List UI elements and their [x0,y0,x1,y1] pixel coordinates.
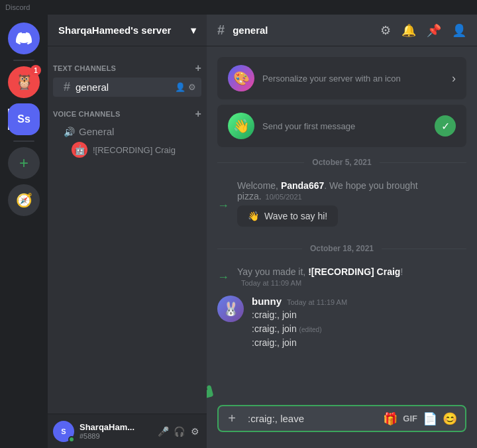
speaker-icon: 🔊 [64,127,75,137]
gift-icon[interactable]: 🎁 [383,412,398,426]
edited-label: (edited) [299,326,322,333]
add-text-channel-button[interactable]: + [195,62,201,74]
server-ss-text: Ss [17,113,30,125]
setup-cards: 🎨 Personalize your server with an icon ›… [217,57,466,147]
setup-card-personalize[interactable]: 🎨 Personalize your server with an icon › [217,57,466,99]
upload-icon[interactable]: 📄 [423,412,437,426]
server-header[interactable]: SharqaHameed's server ▾ [48,15,207,46]
panda-timestamp: 10/05/2021 [266,193,302,201]
craig-username: ![RECORDING] Craig [308,266,400,277]
mic-button[interactable]: 🎤 [156,425,170,438]
voice-channel-name: General [79,126,114,137]
craig-avatar: 🤖 [72,142,87,158]
server-divider [13,60,34,61]
main-content: # general ⚙ 🔔 📌 👤 🎨 Personalize your ser… [207,15,477,448]
channel-item-voice-general[interactable]: 🔊 General [53,123,201,140]
emoji-icon[interactable]: 😊 [443,412,457,426]
system-msg-craig: → Yay you made it, ![RECORDING] Craig! T… [207,264,477,290]
category-label-voice: VOICE CHANNELS [53,110,120,118]
user-avatar: S [53,421,74,442]
system-arrow-icon: → [217,199,229,213]
first-message-check-icon: ✓ [435,115,456,137]
invite-icon[interactable]: 👤 [175,82,186,92]
craig-timestamp: Today at 11:09 AM [241,279,301,287]
system-msg-panda: → Welcome, Panda667. We hope you brought… [207,178,477,233]
bunny-message-line-1: :craig:, join [252,308,466,322]
input-area: ➜ + 🎁 GIF 📄 😊 [207,405,477,448]
channel-sidebar: SharqaHameed's server ▾ TEXT CHANNELS + … [48,15,207,448]
input-right-icons: 🎁 GIF 📄 😊 [383,412,462,426]
channel-header-name: general [233,25,268,36]
user-settings-button[interactable]: ⚙ [188,425,201,438]
voice-user-name: ![RECORDING] Craig [93,145,176,155]
bunny-author: bunny [252,296,282,307]
channel-item-general[interactable]: # general 👤 ⚙ [53,78,201,97]
add-voice-channel-button[interactable]: + [195,108,201,120]
personalize-icon: 🎨 [228,65,254,91]
bunny-message-line-3: :craig:, join [252,336,466,350]
personalize-chevron-icon: › [452,72,456,85]
category-text-channels: TEXT CHANNELS + [48,52,207,77]
bunny-message-content: bunny Today at 11:19 AM :craig:, join :c… [252,296,466,350]
system-text-panda: Welcome, Panda667. We hope you brought p… [237,180,466,201]
category-voice-channels: VOICE CHANNELS + [48,97,207,123]
notification-badge: 1 [30,65,41,76]
system-text-craig: Yay you made it, ![RECORDING] Craig! Tod… [237,266,403,288]
add-icon: + [19,154,28,172]
panda-username: Panda667 [281,180,324,191]
date-divider-oct18-label: October 18, 2021 [302,244,382,253]
channel-hash-icon: # [217,23,225,38]
bunny-avatar: 🐰 [217,296,244,322]
category-label: TEXT CHANNELS [53,64,116,72]
messages-area: 🎨 Personalize your server with an icon ›… [207,46,477,405]
avatar-text: S [61,427,66,435]
channel-actions: 👤 ⚙ [175,82,196,92]
date-divider-oct18: October 18, 2021 [217,244,466,253]
message-input[interactable] [245,406,380,431]
channel-list: TEXT CHANNELS + # general 👤 ⚙ VOICE CHAN… [48,46,207,414]
setup-card-first-message[interactable]: 👋 Send your first message ✓ [217,105,466,147]
bunny-timestamp: Today at 11:19 AM [287,298,347,306]
server-icon-ss[interactable]: Ss [8,103,40,135]
server-icon-add[interactable]: + [8,147,40,179]
pin-icon[interactable]: 📌 [427,23,441,38]
app-title: Discord [5,3,30,11]
personalize-card-text: Personalize your server with an icon [262,74,444,84]
message-input-wrapper: + 🎁 GIF 📄 😊 [217,405,466,432]
voice-user-craig: 🤖 ![RECORDING] Craig [53,140,201,159]
user-tag: #5889 [80,432,151,440]
wave-button-label: Wave to say hi! [264,211,327,221]
user-info: SharqaHam... #5889 [80,422,151,440]
server-icon-discord[interactable] [8,23,40,54]
server-icon-owl[interactable]: 🦉 1 [8,66,40,98]
message-group-bunny: 🐰 bunny Today at 11:19 AM :craig:, join … [207,293,477,353]
wave-button[interactable]: 👋 Wave to say hi! [237,205,338,227]
system-arrow-icon-2: → [217,270,229,284]
date-divider-oct5: October 5, 2021 [217,158,466,167]
first-message-icon: 👋 [228,113,254,139]
first-message-card-text: Send your first message [262,121,427,131]
settings-icon[interactable]: ⚙ [188,82,196,92]
boost-icon[interactable]: ⚙ [380,23,391,38]
wave-emoji: 👋 [248,211,259,221]
server-sidebar: 🦉 1 Ss + 🧭 [0,15,48,448]
user-controls: 🎤 🎧 ⚙ [156,425,201,438]
gif-icon[interactable]: GIF [403,414,417,423]
bell-icon[interactable]: 🔔 [401,23,416,38]
user-name: SharqaHam... [80,422,151,432]
header-icons: ⚙ 🔔 📌 👤 [380,23,466,38]
server-divider-2 [13,140,34,142]
bunny-message-header: bunny Today at 11:19 AM [252,296,466,307]
headphone-button[interactable]: 🎧 [172,425,186,438]
explore-icon: 🧭 [16,192,32,208]
chevron-down-icon: ▾ [191,25,196,36]
add-attachment-button[interactable]: + [221,408,242,429]
channel-header: # general ⚙ 🔔 📌 👤 [207,15,477,46]
bunny-message-line-2: :craig:, join (edited) [252,322,466,336]
user-panel: S SharqaHam... #5889 🎤 🎧 ⚙ [48,414,207,448]
channel-name-general: general [76,82,109,93]
online-status [68,436,75,443]
date-divider-oct5-label: October 5, 2021 [304,158,379,167]
server-icon-explore[interactable]: 🧭 [8,184,40,216]
members-icon[interactable]: 👤 [452,23,466,38]
